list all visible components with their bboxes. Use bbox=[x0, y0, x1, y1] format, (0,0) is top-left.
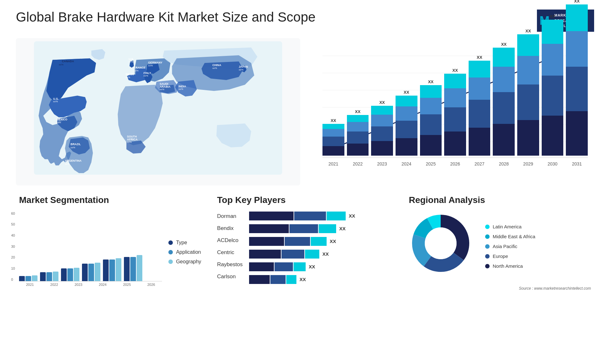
bendix-label: XX bbox=[339, 226, 346, 231]
player-bar-bendix: XX bbox=[249, 224, 393, 233]
svg-text:ARABIA: ARABIA bbox=[159, 85, 171, 88]
legend-latin-dot bbox=[485, 225, 490, 229]
player-carlson: Carlson bbox=[217, 273, 242, 280]
player-dorman: Dorman bbox=[217, 213, 242, 219]
legend-apac-dot bbox=[485, 244, 490, 249]
acdelco-label: XX bbox=[330, 239, 336, 244]
map-section: CANADA xx% U.S. xx% MEXICO xx% BRAZIL xx… bbox=[16, 38, 300, 185]
legend-asia-pacific: Asia Pacific bbox=[485, 244, 535, 249]
seg-group-2025 bbox=[103, 258, 121, 281]
bar-2027: XX bbox=[469, 55, 491, 156]
player-bar-centric: XX bbox=[249, 250, 393, 259]
x-label-2024: 2024 bbox=[396, 161, 417, 166]
bar-chart-section: XX XX bbox=[310, 38, 594, 185]
player-bar-acdelco: XX bbox=[249, 237, 393, 246]
legend-mea-label: Middle East & Africa bbox=[493, 234, 535, 239]
seg-y-axis: 0 10 20 30 40 50 60 bbox=[11, 212, 15, 281]
legend-europe-label: Europe bbox=[493, 253, 508, 259]
regional-legend: Latin America Middle East & Africa Asia … bbox=[485, 224, 535, 269]
segmentation-title: Market Segmentation bbox=[19, 195, 201, 205]
dorman-label: XX bbox=[349, 213, 355, 219]
legend-geo-label: Geography bbox=[176, 259, 201, 265]
player-raybestos: Raybestos bbox=[217, 261, 242, 268]
bar-2024: XX bbox=[396, 90, 417, 156]
legend-app-label: Application bbox=[176, 249, 201, 255]
legend-europe-dot bbox=[485, 254, 490, 259]
x-label-2026: 2026 bbox=[444, 161, 466, 166]
legend-type-label: Type bbox=[176, 240, 187, 246]
bar-2022: XX bbox=[347, 109, 369, 156]
svg-text:FRANCE: FRANCE bbox=[134, 66, 146, 69]
svg-point-48 bbox=[425, 227, 457, 259]
legend-na-dot bbox=[485, 264, 490, 268]
svg-text:xx%: xx% bbox=[179, 88, 183, 91]
svg-text:xx%: xx% bbox=[125, 76, 130, 79]
header: Global Brake Hardware Kit Market Size an… bbox=[16, 10, 594, 32]
segmentation-section: Market Segmentation 0 10 20 30 40 50 60 bbox=[16, 195, 204, 291]
player-bar-dorman: XX bbox=[249, 212, 393, 220]
x-label-2027: 2027 bbox=[469, 161, 491, 166]
svg-text:xx%: xx% bbox=[56, 121, 61, 124]
seg-legend: Type Application Geography bbox=[168, 212, 201, 286]
seg-group-2023 bbox=[61, 268, 79, 281]
legend-latin-label: Latin America bbox=[493, 224, 522, 229]
bar-2025: XX bbox=[420, 79, 442, 156]
legend-europe: Europe bbox=[485, 253, 535, 259]
x-label-2031: 2031 bbox=[566, 161, 588, 166]
legend-apac-label: Asia Pacific bbox=[493, 244, 518, 249]
svg-text:xx%: xx% bbox=[212, 66, 217, 69]
seg-bar-type bbox=[19, 276, 25, 281]
svg-text:AFRICA: AFRICA bbox=[127, 138, 138, 141]
svg-text:ITALY: ITALY bbox=[144, 71, 151, 74]
svg-text:ARGENTINA: ARGENTINA bbox=[65, 159, 82, 162]
legend-north-america: North America bbox=[485, 263, 535, 269]
key-players-section: Top Key Players Dorman Bendix ACDelco Ce… bbox=[211, 195, 399, 291]
legend-app-dot bbox=[168, 250, 173, 254]
svg-text:xx%: xx% bbox=[65, 162, 70, 165]
player-names-list: Dorman Bendix ACDelco Centric Raybestos … bbox=[217, 212, 242, 284]
seg-group-2021 bbox=[19, 275, 37, 281]
legend-geography: Geography bbox=[168, 259, 201, 265]
legend-type: Type bbox=[168, 240, 201, 246]
player-bendix: Bendix bbox=[217, 225, 242, 232]
svg-text:xx%: xx% bbox=[71, 146, 75, 149]
svg-text:CHINA: CHINA bbox=[212, 64, 221, 67]
player-bar-carlson: XX bbox=[249, 275, 393, 284]
svg-text:xx%: xx% bbox=[134, 69, 139, 72]
bar-2021: XX bbox=[322, 118, 344, 156]
bar-2030: XX bbox=[542, 14, 564, 156]
legend-type-dot bbox=[168, 240, 173, 245]
svg-text:xx%: xx% bbox=[239, 68, 243, 71]
regional-section: Regional Analysis bbox=[406, 195, 594, 291]
top-row: CANADA xx% U.S. xx% MEXICO xx% BRAZIL xx… bbox=[16, 38, 594, 185]
regional-content: Latin America Middle East & Africa Asia … bbox=[409, 212, 591, 281]
svg-text:xx%: xx% bbox=[59, 63, 64, 66]
svg-text:xx%: xx% bbox=[148, 64, 153, 67]
svg-text:GERMANY: GERMANY bbox=[148, 61, 162, 64]
legend-mea-dot bbox=[485, 234, 490, 239]
x-label-2023: 2023 bbox=[371, 161, 393, 166]
svg-text:xx%: xx% bbox=[144, 74, 148, 77]
svg-text:JAPAN: JAPAN bbox=[239, 65, 248, 68]
seg-group-2026 bbox=[124, 255, 142, 281]
x-label-2022: 2022 bbox=[347, 161, 369, 166]
seg-bar-geo bbox=[32, 275, 37, 281]
x-label-2028: 2028 bbox=[493, 161, 515, 166]
seg-bar-app bbox=[25, 276, 31, 281]
source-text: Source : www.marketresearchintellect.com bbox=[409, 286, 591, 291]
x-label-2029: 2029 bbox=[517, 161, 539, 166]
seg-chart: 0 10 20 30 40 50 60 bbox=[19, 212, 162, 286]
regional-title: Regional Analysis bbox=[409, 195, 591, 205]
player-bar-raybestos: XX bbox=[249, 262, 393, 271]
svg-text:xx%: xx% bbox=[127, 141, 132, 144]
bars-container: XX XX bbox=[322, 48, 588, 156]
bottom-row: Market Segmentation 0 10 20 30 40 50 60 bbox=[16, 195, 594, 291]
legend-na-label: North America bbox=[493, 263, 523, 269]
seg-group-2024 bbox=[82, 263, 100, 281]
bar-chart-wrapper: XX XX bbox=[322, 44, 588, 159]
page-container: Global Brake Hardware Kit Market Size an… bbox=[0, 0, 610, 364]
svg-text:CANADA: CANADA bbox=[62, 60, 74, 63]
legend-mea: Middle East & Africa bbox=[485, 234, 535, 239]
legend-application: Application bbox=[168, 249, 201, 255]
player-bars-list: XX XX bbox=[249, 212, 393, 284]
